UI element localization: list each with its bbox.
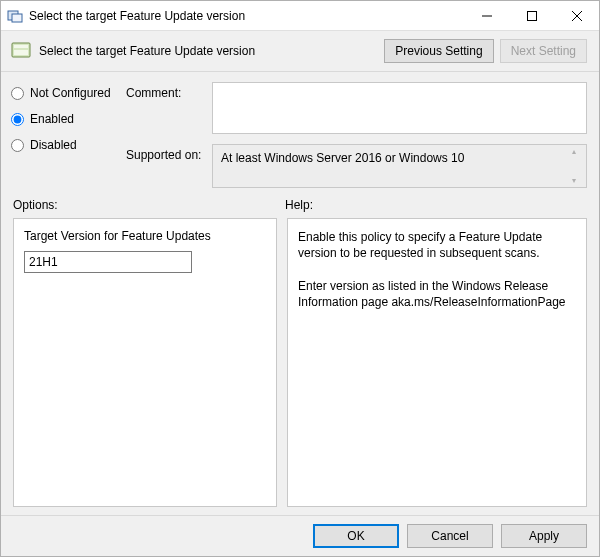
supported-label: Supported on: [126, 144, 212, 162]
radio-disabled[interactable]: Disabled [11, 138, 126, 152]
next-setting-button: Next Setting [500, 39, 587, 63]
previous-setting-button[interactable]: Previous Setting [384, 39, 493, 63]
policy-title: Select the target Feature Update version [39, 44, 384, 58]
radio-enabled-label: Enabled [30, 112, 74, 126]
supported-on-text: At least Windows Server 2016 or Windows … [221, 151, 464, 165]
policy-header: Select the target Feature Update version… [1, 31, 599, 72]
scroll-hint-icons: ▴▾ [572, 147, 582, 185]
svg-rect-4 [14, 45, 28, 48]
options-header: Options: [13, 198, 285, 212]
options-panel: Target Version for Feature Updates [13, 218, 277, 507]
help-text: Enable this policy to specify a Feature … [298, 229, 576, 310]
help-header: Help: [285, 198, 587, 212]
options-help-headers: Options: Help: [1, 192, 599, 214]
app-icon [7, 8, 23, 24]
policy-icon [11, 41, 31, 61]
dialog-footer: OK Cancel Apply [1, 515, 599, 556]
state-radios: Not Configured Enabled Disabled [11, 82, 126, 188]
supported-on-box: At least Windows Server 2016 or Windows … [212, 144, 587, 188]
radio-enabled[interactable]: Enabled [11, 112, 126, 126]
svg-rect-2 [527, 11, 536, 20]
apply-button[interactable]: Apply [501, 524, 587, 548]
title-bar: Select the target Feature Update version [1, 1, 599, 31]
radio-not-configured[interactable]: Not Configured [11, 86, 126, 100]
radio-disabled-input[interactable] [11, 139, 24, 152]
radio-not-configured-label: Not Configured [30, 86, 111, 100]
target-version-input[interactable] [24, 251, 192, 273]
minimize-button[interactable] [464, 1, 509, 30]
radio-not-configured-input[interactable] [11, 87, 24, 100]
close-button[interactable] [554, 1, 599, 30]
radio-disabled-label: Disabled [30, 138, 77, 152]
window-title: Select the target Feature Update version [29, 9, 464, 23]
radio-enabled-input[interactable] [11, 113, 24, 126]
config-section: Not Configured Enabled Disabled Comment:… [1, 72, 599, 192]
maximize-button[interactable] [509, 1, 554, 30]
ok-button[interactable]: OK [313, 524, 399, 548]
target-version-label: Target Version for Feature Updates [24, 229, 266, 243]
comment-textarea[interactable] [212, 82, 587, 134]
options-help-body: Target Version for Feature Updates Enabl… [1, 214, 599, 515]
svg-rect-5 [14, 50, 28, 55]
svg-rect-1 [12, 14, 22, 22]
comment-label: Comment: [126, 82, 212, 100]
help-panel: Enable this policy to specify a Feature … [287, 218, 587, 507]
cancel-button[interactable]: Cancel [407, 524, 493, 548]
window-controls [464, 1, 599, 30]
